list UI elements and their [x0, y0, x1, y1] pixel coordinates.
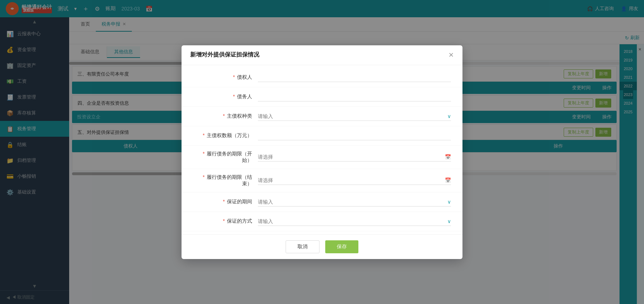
label-text-period-start: 履行债务的期限（开始）: [207, 151, 252, 163]
form-row-guarantee-period: * 保证的期间 ∨: [182, 192, 462, 212]
required-star-claim-amount: *: [203, 132, 205, 138]
chevron-down-claim-type-icon[interactable]: ∨: [447, 113, 451, 119]
form-label-claim-amount: * 主债权数额（万元）: [193, 132, 258, 139]
form-label-period-start: * 履行债务的期限（开始）: [193, 151, 258, 164]
label-text-period-end: 履行债务的期限（结束）: [207, 174, 252, 186]
save-button[interactable]: 保存: [325, 240, 358, 253]
required-star-period-end: *: [203, 174, 205, 180]
modal-overlay: 新增对外提供保证担保情况 ✕ * 债权人 * 债务人: [0, 0, 644, 304]
form-label-guarantee-period: * 保证的期间: [193, 199, 258, 205]
modal-close-btn[interactable]: ✕: [448, 51, 454, 59]
form-row-period-start: * 履行债务的期限（开始） 📅: [182, 146, 462, 169]
select-claim-type-wrapper: ∨: [258, 112, 451, 121]
form-label-debtor: * 债务人: [193, 94, 258, 100]
calendar-period-start-icon[interactable]: 📅: [445, 154, 451, 160]
calendar-period-end-icon[interactable]: 📅: [445, 177, 451, 183]
form-row-guarantee-method: * 保证的方式 ∨: [182, 212, 462, 231]
modal-body: * 债权人 * 债务人 * 主债权种类: [182, 65, 462, 234]
select-guarantee-method-wrapper: ∨: [258, 217, 451, 226]
input-period-start[interactable]: [258, 154, 445, 160]
form-label-creditor: * 债权人: [193, 74, 258, 81]
date-period-start-wrapper: 📅: [258, 153, 451, 162]
label-text-claim-type: 主债权种类: [227, 113, 252, 119]
input-claim-amount[interactable]: [258, 131, 451, 140]
modal-title: 新增对外提供保证担保情况: [190, 51, 259, 59]
input-guarantee-period[interactable]: [258, 199, 447, 205]
modal-footer: 取消 保存: [182, 234, 462, 259]
required-star-claim-type: *: [223, 113, 225, 119]
required-star-creditor: *: [233, 74, 235, 80]
modal-dialog: 新增对外提供保证担保情况 ✕ * 债权人 * 债务人: [182, 45, 462, 259]
form-row-period-end: * 履行债务的期限（结束） 📅: [182, 169, 462, 192]
input-claim-type[interactable]: [258, 113, 447, 119]
required-star-guarantee-method: *: [223, 218, 225, 224]
input-creditor[interactable]: [258, 73, 451, 82]
required-star-debtor: *: [233, 94, 235, 99]
label-text-creditor: 债权人: [237, 74, 252, 80]
label-text-debtor: 债务人: [237, 94, 252, 99]
label-text-claim-amount: 主债权数额（万元）: [207, 132, 252, 138]
required-star-guarantee-period: *: [223, 199, 225, 204]
form-label-period-end: * 履行债务的期限（结束）: [193, 174, 258, 187]
select-guarantee-period-wrapper: ∨: [258, 198, 451, 207]
input-debtor[interactable]: [258, 92, 451, 101]
label-text-guarantee-method: 保证的方式: [227, 218, 252, 224]
required-star-period-start: *: [203, 151, 205, 156]
form-row-debtor: * 债务人: [182, 87, 462, 107]
form-label-guarantee-method: * 保证的方式: [193, 218, 258, 224]
label-text-guarantee-period: 保证的期间: [227, 199, 252, 204]
form-row-claim-type: * 主债权种类 ∨: [182, 107, 462, 126]
form-row-creditor: * 债权人: [182, 68, 462, 87]
chevron-down-guarantee-method-icon[interactable]: ∨: [447, 218, 451, 224]
input-period-end[interactable]: [258, 177, 445, 183]
chevron-down-guarantee-period-icon[interactable]: ∨: [447, 199, 451, 205]
cancel-button[interactable]: 取消: [286, 240, 319, 253]
form-label-claim-type: * 主债权种类: [193, 113, 258, 119]
form-row-claim-amount: * 主债权数额（万元）: [182, 126, 462, 146]
date-period-end-wrapper: 📅: [258, 176, 451, 185]
modal-header: 新增对外提供保证担保情况 ✕: [182, 45, 462, 65]
input-guarantee-method[interactable]: [258, 218, 447, 224]
